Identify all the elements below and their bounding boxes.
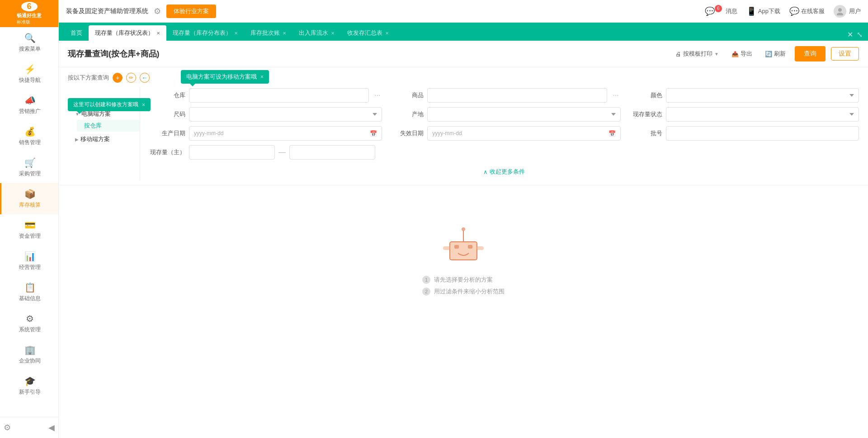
batch-no-input[interactable]: [666, 126, 859, 141]
tab-batch[interactable]: 库存批次账 ✕: [244, 25, 292, 41]
topbar: 装备及固定资产辅助管理系统 ⚙ 体验行业方案 💬 6 消息 📱 App下载 💬 …: [59, 0, 868, 23]
sidebar-item-label: 库存核算: [19, 201, 41, 209]
export-label: 导出: [741, 50, 752, 58]
page-content: 现存量查询(按仓库+商品) 🖨 按模板打印 ▼ 📤 导出 🔄 刷新 查询 设置: [59, 41, 868, 438]
sidebar-item-quick-nav[interactable]: ⚡ 快捷导航: [0, 58, 58, 89]
close-all-tabs-btn[interactable]: ✕: [847, 30, 853, 39]
sidebar-item-basic-info[interactable]: 📋 基础信息: [0, 277, 58, 308]
stock-amount-label: 现存量（主）: [149, 148, 185, 156]
scheme-tooltip-close[interactable]: ×: [260, 74, 264, 80]
experience-btn[interactable]: 体验行业方案: [166, 5, 216, 18]
create-tooltip-text: 这里可以创建和修改方案哦: [73, 101, 138, 108]
filter-title: 按以下方案查询: [68, 74, 109, 82]
add-filter-btn[interactable]: +: [113, 73, 123, 83]
origin-select[interactable]: [427, 107, 620, 122]
create-tooltip: 这里可以创建和修改方案哦 ×: [68, 98, 151, 111]
export-btn[interactable]: 📤 导出: [728, 48, 756, 60]
goods-label: 商品: [387, 91, 424, 99]
stock-status-select[interactable]: [666, 107, 859, 122]
tab-inventory-dist-close[interactable]: ✕: [234, 31, 238, 36]
svg-rect-5: [468, 245, 472, 249]
tab-batch-close[interactable]: ✕: [283, 31, 286, 36]
filter-row-2: 尺码 产地 现存量状态: [149, 107, 859, 122]
online-service-btn[interactable]: 💬 在线客服: [789, 6, 825, 16]
svg-rect-8: [443, 246, 450, 250]
chevron-up-icon: ∧: [483, 169, 488, 175]
warehouse-input[interactable]: [189, 88, 369, 103]
sales-icon: 💰: [24, 126, 36, 137]
pc-scheme-item[interactable]: 按仓库: [77, 120, 140, 132]
production-date-label: 生产日期: [149, 129, 185, 137]
warehouse-label: 仓库: [149, 91, 185, 99]
tab-inventory-dist-label: 现存量（库存分布表）: [173, 29, 231, 37]
collapse-more-btn[interactable]: ∧ 收起更多条件: [149, 164, 859, 179]
filter-row-4: 现存量（主） —: [149, 145, 859, 160]
production-date-input[interactable]: yyyy-mm-dd 📅: [189, 126, 382, 141]
sidebar-item-enterprise[interactable]: 🏢 企业协同: [0, 339, 58, 370]
sidebar-item-purchase[interactable]: 🛒 采购管理: [0, 152, 58, 183]
stock-amount-min[interactable]: [189, 145, 275, 160]
tab-inventory-status-label: 现存量（库存状况表）: [95, 29, 154, 37]
color-select[interactable]: [666, 88, 859, 103]
empty-state: 1 请先选择要分析的方案 2 用过滤条件来缩小分析范围: [59, 185, 868, 335]
print-arrow-icon: ▼: [714, 52, 719, 57]
query-button[interactable]: 查询: [795, 46, 826, 61]
quick-nav-icon: ⚡: [24, 64, 36, 75]
system-title: 装备及固定资产辅助管理系统: [66, 7, 148, 15]
tab-inventory-status[interactable]: 现存量（库存状况表） ✕: [89, 25, 166, 41]
settings-icon[interactable]: ⚙: [154, 6, 161, 16]
expiry-date-input[interactable]: yyyy-mm-dd 📅: [427, 126, 620, 141]
collapse-icon[interactable]: ◀: [48, 423, 55, 433]
mobile-scheme-node[interactable]: ▶ 移动端方案: [68, 133, 140, 145]
mobile-scheme-label: 移动端方案: [80, 135, 110, 143]
print-btn[interactable]: 🖨 按模板打印 ▼: [672, 48, 722, 60]
user-area[interactable]: 用户: [834, 5, 861, 18]
production-date-placeholder: yyyy-mm-dd: [194, 130, 223, 137]
tab-inventory-status-close[interactable]: ✕: [156, 31, 160, 36]
stock-amount-max[interactable]: [289, 145, 375, 160]
app-download-label: App下载: [758, 7, 780, 15]
enterprise-icon: 🏢: [24, 344, 36, 355]
goods-dots-menu[interactable]: ···: [611, 91, 620, 99]
sidebar-item-guide[interactable]: 🎓 新手引导: [0, 370, 58, 401]
create-tooltip-close[interactable]: ×: [142, 102, 145, 108]
expand-tabs-btn[interactable]: ⤡: [857, 30, 863, 39]
goods-input[interactable]: [427, 88, 607, 103]
empty-illustration: [441, 221, 486, 267]
sidebar-item-marketing[interactable]: 📣 营销推广: [0, 89, 58, 121]
sidebar-item-system[interactable]: ⚙ 系统管理: [0, 308, 58, 339]
sidebar-item-sales[interactable]: 💰 销售管理: [0, 121, 58, 152]
set-button[interactable]: 设置: [831, 47, 859, 61]
expiry-calendar-icon: 📅: [609, 130, 616, 137]
tab-inout[interactable]: 出入库流水 ✕: [292, 25, 341, 41]
app-download-btn[interactable]: 📱 App下载: [746, 6, 780, 16]
tab-inout-close[interactable]: ✕: [331, 31, 335, 36]
size-select[interactable]: [189, 107, 382, 122]
tab-collect[interactable]: 收发存汇总表 ✕: [341, 25, 395, 41]
app-icon: 📱: [746, 6, 756, 16]
tab-home[interactable]: 首页: [64, 25, 89, 41]
edit-filter-btn[interactable]: ✏: [126, 73, 136, 83]
tip-text-1: 请先选择要分析的方案: [434, 276, 493, 284]
warehouse-dots-menu[interactable]: ···: [373, 91, 382, 99]
sidebar-bottom: ⚙ ◀: [0, 417, 58, 438]
sidebar-item-finance[interactable]: 💳 资金管理: [0, 214, 58, 245]
stock-status-label: 现存量状态: [626, 110, 662, 118]
messages-btn[interactable]: 💬 6 消息: [705, 6, 737, 16]
settings-bottom-icon[interactable]: ⚙: [4, 423, 11, 433]
sidebar-item-inventory[interactable]: 📦 库存核算: [0, 183, 58, 214]
back-filter-btn[interactable]: ←: [140, 73, 150, 83]
service-icon: 💬: [789, 6, 799, 16]
sidebar-item-search[interactable]: 🔍 搜索菜单: [0, 27, 58, 58]
svg-point-0: [838, 8, 842, 12]
sidebar-item-label: 基础信息: [19, 295, 41, 302]
edit-icon: ✏: [129, 75, 133, 81]
print-label: 按模板打印: [683, 50, 712, 58]
tab-inventory-dist[interactable]: 现存量（库存分布表） ✕: [166, 25, 244, 41]
sidebar-logo: 6 畅通好生意 标准版: [0, 0, 58, 27]
tab-collect-close[interactable]: ✕: [385, 31, 389, 36]
refresh-btn[interactable]: 🔄 刷新: [761, 48, 789, 60]
svg-rect-2: [450, 242, 477, 260]
sidebar-item-operation[interactable]: 📊 经营管理: [0, 245, 58, 277]
tip-text-2: 用过滤条件来缩小分析范围: [434, 287, 505, 296]
